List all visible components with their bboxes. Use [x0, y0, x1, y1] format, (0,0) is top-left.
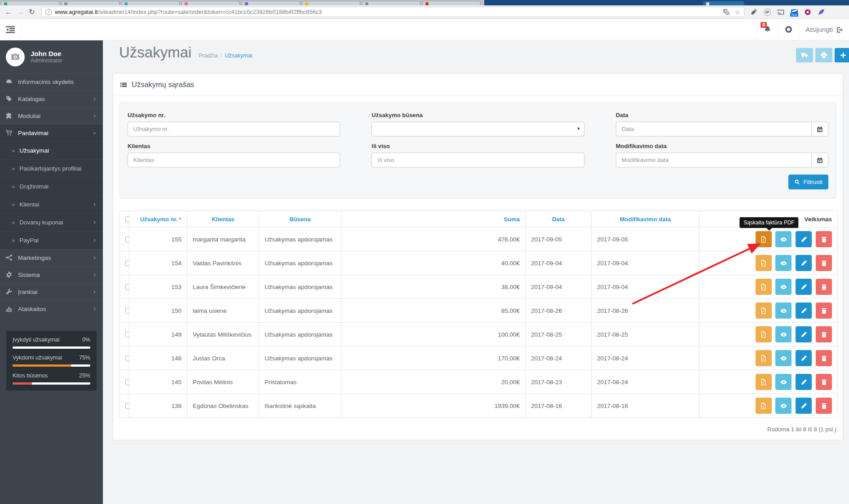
invoice-pdf-button[interactable]	[756, 279, 772, 295]
edit-order-button[interactable]	[796, 326, 812, 342]
breadcrumb-home[interactable]: Pradžia	[199, 53, 217, 59]
edit-order-button[interactable]	[796, 374, 812, 390]
invoice-pdf-button[interactable]	[756, 302, 772, 319]
ip-extension-icon[interactable]: IP	[763, 8, 771, 16]
row-checkbox[interactable]	[125, 260, 129, 266]
row-checkbox[interactable]	[125, 332, 129, 337]
browser-tab[interactable]	[121, 1, 180, 5]
sidebar-subitem[interactable]: Klientai	[0, 195, 103, 213]
row-checkbox[interactable]	[125, 237, 129, 242]
date-modified-input[interactable]	[616, 153, 811, 167]
invoice-pdf-button[interactable]	[756, 255, 772, 271]
eyedropper-extension-icon[interactable]	[750, 8, 758, 16]
swirl-extension-icon[interactable]	[804, 8, 812, 16]
delete-order-button[interactable]	[816, 279, 832, 295]
row-checkbox[interactable]	[125, 308, 129, 314]
sidebar-item[interactable]: Katalogas	[0, 90, 103, 107]
url-bar[interactable]: i www.agregatai.lt /siteadmin14/index.ph…	[41, 7, 744, 17]
invoice-pdf-button[interactable]	[756, 326, 772, 342]
sidebar-subitem[interactable]: Grąžinimai	[0, 177, 103, 195]
row-checkbox[interactable]	[125, 284, 129, 290]
sort-order-nr-link[interactable]: Užsakymo nr.^	[140, 216, 181, 223]
logout-button[interactable]: Atsijungti	[799, 19, 849, 40]
sidebar-item[interactable]: Pardavimai	[0, 124, 103, 141]
order-nr-input[interactable]	[128, 122, 340, 136]
back-button[interactable]: ←	[3, 6, 14, 18]
forward-button[interactable]: →	[14, 6, 26, 18]
delete-order-button[interactable]	[816, 326, 832, 342]
delete-order-button[interactable]	[816, 255, 832, 271]
sort-customer-link[interactable]: Klientas	[212, 216, 234, 223]
translate-icon[interactable]	[723, 9, 730, 16]
order-status-select[interactable]	[371, 122, 584, 136]
browser-tab[interactable]	[61, 1, 119, 5]
browser-tab-active[interactable]	[703, 1, 744, 5]
sidebar-subitem[interactable]: PayPal	[0, 231, 103, 249]
sort-date-link[interactable]: Data	[552, 216, 565, 223]
edit-order-button[interactable]	[796, 398, 812, 414]
filter-button[interactable]: Filtruoti	[788, 175, 828, 189]
sidebar-subitem[interactable]: Dovanų kuponai	[0, 213, 103, 231]
invoice-pdf-button[interactable]	[756, 398, 772, 414]
select-all-checkbox[interactable]	[125, 216, 129, 222]
date-calendar-button[interactable]	[811, 122, 828, 136]
notifications-button[interactable]: 0	[757, 19, 778, 40]
sidebar-subitem[interactable]: Pasikartojantys profiliai	[0, 159, 103, 177]
browser-tab[interactable]	[422, 1, 481, 5]
view-order-button[interactable]	[775, 398, 792, 414]
delete-order-button[interactable]	[816, 302, 832, 319]
sidebar-item[interactable]: Ataskaitos	[0, 300, 103, 317]
edit-order-button[interactable]	[796, 231, 812, 247]
shipping-list-button[interactable]	[796, 48, 813, 62]
sidebar-toggle-button[interactable]	[0, 19, 21, 40]
edit-order-button[interactable]	[796, 350, 812, 366]
cast-extension-icon[interactable]	[777, 8, 785, 16]
view-order-button[interactable]	[775, 255, 792, 271]
sidebar-item[interactable]: Marketingas	[0, 249, 103, 266]
feather-extension-icon[interactable]	[817, 8, 825, 16]
edit-order-button[interactable]	[796, 302, 812, 319]
view-order-button[interactable]	[775, 374, 792, 390]
sort-status-link[interactable]: Būsena	[290, 216, 311, 223]
date-modified-calendar-button[interactable]	[811, 153, 828, 167]
sidebar-subitem[interactable]: Užsakymai	[0, 141, 103, 159]
customer-input[interactable]	[128, 153, 340, 167]
breadcrumb-current[interactable]: Užsakymai	[225, 53, 252, 59]
print-invoice-button[interactable]	[815, 48, 832, 62]
delete-order-button[interactable]	[816, 374, 832, 390]
sort-total-link[interactable]: Suma	[504, 216, 520, 223]
browser-tab[interactable]	[181, 1, 240, 5]
sidebar-item[interactable]: Moduliai	[0, 107, 103, 124]
sidebar-item[interactable]: Sistema	[0, 266, 103, 283]
storefront-button[interactable]	[778, 19, 799, 40]
sort-date-modified-link[interactable]: Modifikavimo data	[620, 216, 671, 223]
view-order-button[interactable]	[775, 350, 792, 366]
view-order-button[interactable]	[775, 326, 792, 342]
s-extension-icon[interactable]: New	[790, 8, 798, 16]
row-checkbox[interactable]	[125, 403, 129, 409]
row-checkbox[interactable]	[125, 379, 129, 385]
invoice-pdf-button[interactable]	[756, 231, 772, 247]
total-input[interactable]	[371, 153, 584, 167]
view-order-button[interactable]	[775, 231, 792, 247]
sidebar-item[interactable]: Įrankiai	[0, 283, 103, 300]
edit-order-button[interactable]	[796, 279, 812, 295]
date-input[interactable]	[616, 122, 811, 136]
sidebar-item[interactable]: Informacinis skydelis	[0, 73, 103, 90]
browser-tab[interactable]	[1, 1, 59, 5]
browser-tab[interactable]	[362, 1, 420, 5]
browser-tab[interactable]	[242, 1, 300, 5]
bookmark-star-icon[interactable]: ☆	[734, 9, 740, 16]
view-order-button[interactable]	[775, 302, 792, 319]
delete-order-button[interactable]	[816, 350, 832, 366]
row-checkbox[interactable]	[125, 355, 129, 361]
invoice-pdf-button[interactable]	[756, 374, 772, 390]
refresh-button[interactable]: ↻	[26, 6, 38, 18]
view-order-button[interactable]	[775, 279, 792, 295]
invoice-pdf-button[interactable]	[756, 350, 772, 366]
add-order-button[interactable]	[835, 48, 849, 62]
edit-order-button[interactable]	[796, 255, 812, 271]
page-info-icon[interactable]: i	[45, 9, 52, 15]
delete-order-button[interactable]	[816, 231, 832, 247]
delete-order-button[interactable]	[816, 398, 832, 414]
